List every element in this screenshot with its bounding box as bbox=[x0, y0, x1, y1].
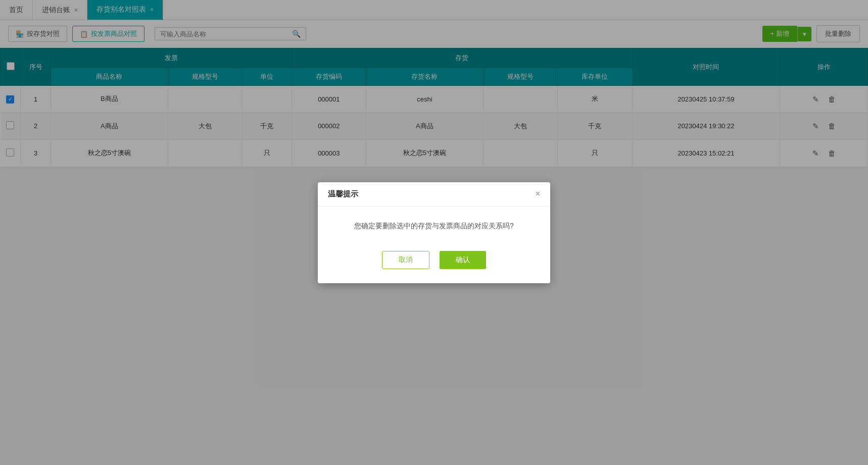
modal-overlay: 温馨提示 × 您确定要删除选中的存货与发票商品的对应关系吗? 取消 确认 bbox=[0, 0, 868, 167]
